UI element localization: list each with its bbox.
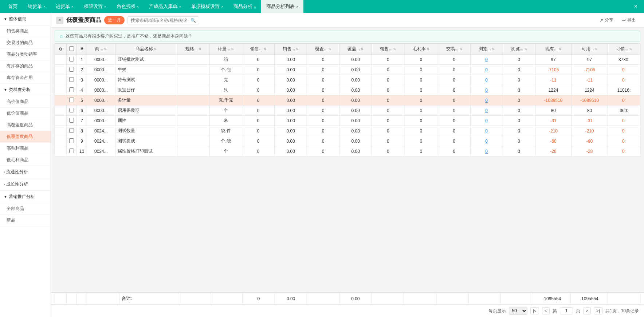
cell-browse1[interactable]: 0	[470, 146, 503, 156]
row-checkbox[interactable]	[69, 98, 74, 102]
cell-browse1[interactable]: 0	[470, 106, 503, 116]
sidebar-section-growth[interactable]: › 成长性分析	[0, 178, 51, 191]
nav-roles[interactable]: 角色授权 ×	[111, 0, 144, 13]
next-page-btn[interactable]: >	[583, 307, 591, 314]
row-checkbox[interactable]	[69, 67, 74, 72]
nav-home[interactable]: 首页	[3, 0, 23, 13]
nav-close-purchase[interactable]: ×	[71, 5, 74, 9]
cell-browse1[interactable]: 0	[470, 55, 503, 65]
cell-browse1[interactable]: 0	[470, 136, 503, 146]
cell-sales-sub: 0	[372, 85, 404, 95]
sidebar-item-new-products[interactable]: 新品	[0, 215, 51, 226]
nav-close-product-analysis-list[interactable]: ×	[296, 5, 298, 9]
cell-checkbox[interactable]	[67, 55, 77, 65]
sidebar-item-high-margin[interactable]: 高毛利商品	[0, 143, 51, 154]
cell-browse1[interactable]: 0	[470, 95, 503, 106]
chevron-growth-icon: ›	[4, 182, 5, 186]
row-checkbox[interactable]	[69, 108, 74, 112]
cell-browse1[interactable]: 0	[470, 116, 503, 126]
page-number-input[interactable]	[560, 307, 573, 314]
sidebar-item-traded-products[interactable]: 交易过的商品	[0, 37, 51, 49]
sidebar-section-liquidity[interactable]: › 流通性分析	[0, 166, 51, 178]
nav-close-finished-goods[interactable]: ×	[179, 5, 181, 9]
sidebar-item-inventory-capital[interactable]: 库存资金占用	[0, 72, 51, 84]
sidebar-item-low-value[interactable]: 低价值商品	[0, 108, 51, 119]
settings-icon[interactable]: ⚙	[59, 47, 63, 52]
cell-checkbox[interactable]	[67, 136, 77, 146]
nav-product-analysis[interactable]: 商品分析 ×	[228, 0, 261, 13]
nav-close-product-analysis[interactable]: ×	[254, 5, 256, 9]
sidebar-item-category-turnover[interactable]: 商品分类动销率	[0, 49, 51, 60]
nav-purchase[interactable]: 进货单 ×	[51, 0, 79, 13]
chevron-cluster-icon: ▼	[4, 88, 7, 92]
row-checkbox[interactable]	[69, 87, 74, 92]
prev-page-btn[interactable]: <	[542, 307, 550, 314]
cell-sales-qty: 0	[242, 85, 275, 95]
sidebar-item-all-products[interactable]: 全部商品	[0, 203, 51, 215]
row-checkbox[interactable]	[69, 138, 74, 143]
cell-checkbox[interactable]	[67, 95, 77, 106]
top-nav: 首页 销货单 × 进货单 × 权限设置 × 角色授权 × 产成品入库单 × 单据…	[0, 0, 644, 13]
cell-num: 6	[77, 106, 87, 116]
row-checkbox[interactable]	[69, 128, 74, 133]
cell-num: 2	[77, 65, 87, 75]
total-table: 合计: 0 0.00 0.00 -1095554 -1095554	[55, 293, 640, 304]
nav-close-sales[interactable]: ×	[43, 5, 46, 9]
cell-browse2: 0	[503, 95, 535, 106]
cell-checkbox[interactable]	[67, 65, 77, 75]
cell-checkbox[interactable]	[67, 75, 77, 85]
sidebar-collapse-btn[interactable]: «	[56, 17, 63, 24]
cell-sales-sub: 0	[372, 146, 404, 156]
search-input[interactable]	[131, 18, 189, 23]
nav-close-permissions[interactable]: ×	[104, 5, 106, 9]
window-close-button[interactable]: ×	[631, 2, 641, 11]
col-settings[interactable]: ⚙	[55, 44, 67, 55]
row-checkbox[interactable]	[69, 77, 74, 82]
cell-checkbox[interactable]	[67, 126, 77, 136]
row-checkbox[interactable]	[69, 57, 74, 62]
search-icon[interactable]: 🔍	[191, 18, 196, 23]
nav-permissions[interactable]: 权限设置 ×	[79, 0, 111, 13]
sidebar-item-stocked-products[interactable]: 有库存的商品	[0, 60, 51, 72]
nav-template[interactable]: 单据模板设置 ×	[186, 0, 228, 13]
col-current: 现有...⇅	[535, 44, 572, 55]
cell-code: 0000...	[87, 106, 115, 116]
last-page-btn[interactable]: >|	[594, 307, 602, 314]
sidebar-item-low-margin[interactable]: 低毛利商品	[0, 154, 51, 166]
row-checkbox[interactable]	[69, 118, 74, 123]
cell-gross-rate: 0	[404, 116, 438, 126]
select-all-checkbox[interactable]	[69, 46, 74, 51]
sidebar-section-overall[interactable]: ▼ 整体信息	[0, 13, 51, 25]
nav-close-template[interactable]: ×	[221, 5, 223, 9]
cell-checkbox[interactable]	[67, 106, 77, 116]
sidebar-item-high-coverage[interactable]: 高覆盖度商品	[0, 119, 51, 131]
cell-browse1[interactable]: 0	[470, 75, 503, 85]
cell-cov2: 0.00	[339, 85, 372, 95]
nav-sales[interactable]: 销货单 ×	[23, 0, 51, 13]
row-checkbox[interactable]	[69, 148, 74, 153]
nav-finished-goods[interactable]: 产成品入库单 ×	[144, 0, 186, 13]
export-btn[interactable]: ↩ 导出	[619, 16, 639, 24]
cell-checkbox[interactable]	[67, 116, 77, 126]
nav-product-analysis-list[interactable]: 商品分析列表 ×	[261, 0, 303, 13]
cell-browse1[interactable]: 0	[470, 85, 503, 95]
cell-cov2: 0.00	[339, 116, 372, 126]
sidebar-item-high-value[interactable]: 高价值商品	[0, 96, 51, 108]
sidebar-section-marketing[interactable]: ▼ 营销推广分析	[0, 191, 51, 203]
cell-browse1[interactable]: 0	[470, 65, 503, 75]
total-sales-amt: 0.00	[275, 293, 307, 304]
table-wrapper[interactable]: ⚙ # 商...⇅ 商品名称⇅	[55, 43, 640, 292]
cell-browse1[interactable]: 0	[470, 126, 503, 136]
sidebar-item-low-coverage[interactable]: 低覆盖度商品	[0, 131, 51, 143]
cell-checkbox[interactable]	[67, 146, 77, 156]
sidebar-section-cluster[interactable]: ▼ 类群度分析	[0, 84, 51, 96]
sidebar-item-sales-products[interactable]: 销售类商品	[0, 25, 51, 37]
per-page-select[interactable]: 50 20 100	[509, 307, 527, 315]
col-checkbox[interactable]	[67, 44, 77, 55]
cell-num: 3	[77, 75, 87, 85]
share-btn[interactable]: ↗ 分享	[597, 16, 616, 24]
nav-close-roles[interactable]: ×	[137, 5, 139, 9]
filter-recent-month-btn[interactable]: 近一月	[104, 16, 125, 24]
first-page-btn[interactable]: |<	[530, 307, 539, 314]
cell-checkbox[interactable]	[67, 85, 77, 95]
